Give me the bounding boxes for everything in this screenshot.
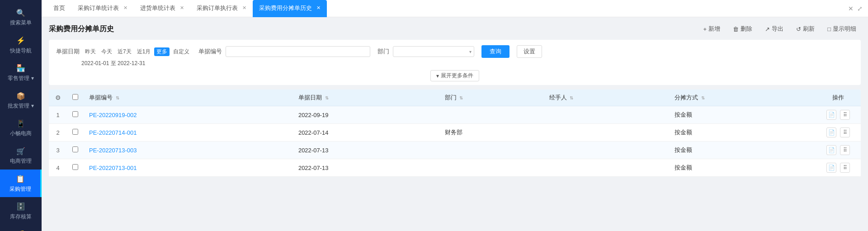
doc-no-label: 单据编号 <box>198 47 222 56</box>
tab-po-stats-close[interactable]: ✕ <box>123 5 127 11</box>
sort-icon-doc-no[interactable]: ⇅ <box>116 95 119 100</box>
more-action-icon[interactable]: ⠿ <box>840 163 850 173</box>
view-action-icon[interactable]: 📄 <box>826 163 836 173</box>
date-shortcut-more[interactable]: 更多 <box>154 47 170 56</box>
tab-po-exec-label: 采购订单执行表 <box>197 4 238 12</box>
select-all-checkbox[interactable] <box>72 94 78 100</box>
delete-label: 删除 <box>741 25 752 33</box>
more-action-icon[interactable]: ⠿ <box>840 110 850 120</box>
table-row: 4 PE-20220713-001 2022-07-13 按金额 📄 ⠿ <box>49 159 861 177</box>
close-all-icon[interactable]: ✕ <box>848 5 854 12</box>
more-action-icon[interactable]: ⠿ <box>840 127 850 137</box>
row-checkbox[interactable] <box>72 146 78 152</box>
tab-po-exec-close[interactable]: ✕ <box>242 5 246 11</box>
doc-no-link[interactable]: PE-20220713-001 <box>89 165 137 171</box>
view-action-icon[interactable]: 📄 <box>826 145 836 155</box>
sidebar-item-search[interactable]: 🔍 搜索菜单 <box>0 4 42 31</box>
row-method: 按金额 <box>669 159 816 177</box>
sort-icon-method[interactable]: ⇅ <box>701 95 705 100</box>
more-action-icon[interactable]: ⠿ <box>840 145 850 155</box>
view-action-icon[interactable]: 📄 <box>826 110 836 120</box>
sidebar-item-label: 搜索菜单 <box>10 19 32 26</box>
add-label: 新增 <box>708 25 720 33</box>
tab-receiving-stats-close[interactable]: ✕ <box>180 5 184 11</box>
refresh-button[interactable]: ↺ 刷新 <box>792 23 819 35</box>
row-date: 2022-07-13 <box>293 159 439 177</box>
sidebar-item-finance[interactable]: 💰 资金管理 <box>0 225 42 231</box>
sidebar-item-ecom[interactable]: 🛒 电商管理 <box>0 142 42 170</box>
row-handler <box>544 106 669 124</box>
dept-input[interactable] <box>393 46 474 57</box>
export-button[interactable]: ↗ 导出 <box>760 23 788 35</box>
tab-cost-history-close[interactable]: ✕ <box>316 5 321 11</box>
row-num: 4 <box>49 159 67 177</box>
sort-icon-handler[interactable]: ⇅ <box>570 95 573 100</box>
row-actions: 📄 ⠿ <box>816 124 861 141</box>
row-handler <box>544 141 669 159</box>
delete-button[interactable]: 🗑 删除 <box>728 23 757 35</box>
col-method-label: 分摊方式 <box>675 94 698 101</box>
doc-no-link[interactable]: PE-20220713-003 <box>89 147 137 154</box>
sidebar-item-wholesale[interactable]: 📦 批发管理 ▾ <box>0 87 42 114</box>
table: ⚙ 单据编号 ⇅ 单据日期 ⇅ <box>49 90 861 177</box>
col-dept-label: 部门 <box>445 94 457 101</box>
mini-icon: 📱 <box>2 119 40 129</box>
row-method: 按金额 <box>669 141 816 159</box>
tab-home[interactable]: 首页 <box>47 0 71 17</box>
row-checkbox[interactable] <box>72 111 78 117</box>
date-shortcut-1month[interactable]: 近1月 <box>135 47 153 56</box>
sidebar-item-mini[interactable]: 📱 小畅电商 <box>0 114 42 142</box>
doc-no-field: 单据编号 <box>198 46 370 57</box>
expand-icon[interactable]: ⤢ <box>857 5 863 12</box>
doc-no-input[interactable] <box>226 46 370 57</box>
tab-po-stats-label: 采购订单统计表 <box>78 4 119 12</box>
date-shortcut-yesterday[interactable]: 昨天 <box>83 47 98 56</box>
tab-home-label: 首页 <box>53 4 65 12</box>
tab-po-exec[interactable]: 采购订单执行表 ✕ <box>190 0 253 17</box>
view-action-icon[interactable]: 📄 <box>826 127 836 137</box>
col-doc-no: 单据编号 ⇅ <box>84 90 293 106</box>
tab-receiving-stats[interactable]: 进货单统计表 ✕ <box>134 0 190 17</box>
sidebar-item-label: 采购管理 <box>9 186 31 192</box>
expand-icon: ▾ <box>436 73 439 79</box>
show-cols-button[interactable]: □ 显示明细 <box>823 23 861 35</box>
tab-po-stats[interactable]: 采购订单统计表 ✕ <box>71 0 134 17</box>
date-shortcut-today[interactable]: 今天 <box>99 47 114 56</box>
sidebar-item-retail[interactable]: 🏪 零售管理 ▾ <box>0 59 42 86</box>
sort-icon-date[interactable]: ⇅ <box>325 95 329 100</box>
expand-label: 展开更多条件 <box>441 72 473 80</box>
sort-icon-dept[interactable]: ⇅ <box>459 95 463 100</box>
row-dept <box>439 141 544 159</box>
search-row-main: 单据日期 昨天 今天 近7天 近1月 更多 自定义 单据编号 <box>56 45 854 58</box>
col-actions: 操作 <box>816 90 861 106</box>
date-shortcut-custom[interactable]: 自定义 <box>171 47 191 56</box>
row-date: 2022-07-14 <box>293 124 439 141</box>
finance-icon: 💰 <box>2 230 40 231</box>
row-checkbox[interactable] <box>72 129 78 135</box>
row-dept <box>439 106 544 124</box>
sidebar-item-quicknav[interactable]: ⚡ 快捷导航 <box>0 31 42 59</box>
date-shortcut-7days[interactable]: 近7天 <box>116 47 133 56</box>
row-method: 按金额 <box>669 124 816 141</box>
sidebar-item-inventory[interactable]: 🗄️ 库存核算 <box>0 197 42 225</box>
add-button[interactable]: + 新增 <box>699 23 725 35</box>
wholesale-icon: 📦 <box>2 91 40 101</box>
tab-actions: ✕ ⤢ <box>848 5 863 12</box>
col-doc-no-label: 单据编号 <box>89 94 113 101</box>
row-doc-no: PE-20220714-001 <box>84 124 293 141</box>
settings-button[interactable]: 设置 <box>517 45 542 58</box>
expand-more-button[interactable]: ▾ 展开更多条件 <box>430 70 479 81</box>
sidebar-item-label: 库存核算 <box>10 213 32 220</box>
dept-label: 部门 <box>377 47 389 56</box>
sidebar-item-purchase[interactable]: 📋 采购管理 <box>0 170 42 197</box>
tab-cost-history[interactable]: 采购费用分摊单历史 ✕ <box>253 0 327 17</box>
doc-no-link[interactable]: PE-20220714-001 <box>89 129 137 136</box>
ecom-icon: 🛒 <box>2 146 40 156</box>
query-button[interactable]: 查询 <box>481 45 509 58</box>
date-range-value: 2022-01-01 至 2022-12-31 <box>81 60 145 66</box>
row-checkbox[interactable] <box>72 164 78 170</box>
col-handler: 经手人 ⇅ <box>544 90 669 106</box>
date-field: 单据日期 昨天 今天 近7天 近1月 更多 自定义 <box>56 47 191 56</box>
gear-icon[interactable]: ⚙ <box>55 94 61 101</box>
doc-no-link[interactable]: PE-20220919-002 <box>89 112 137 118</box>
